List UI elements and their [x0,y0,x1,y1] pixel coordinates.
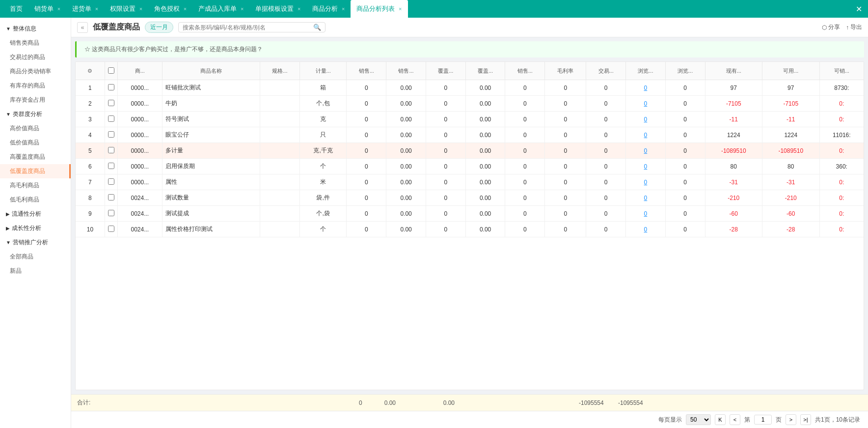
row-coverage1: 0 [426,112,465,127]
sidebar-item-low-coverage[interactable]: 低覆盖度商品 [0,164,71,178]
page-size-select[interactable]: 50 20 100 [686,414,711,425]
sidebar-section-quality[interactable]: ▼ 类群度分析 [0,107,71,121]
row-current-stock: 97 [705,80,762,96]
row-checkbox[interactable] [108,84,114,90]
collapse-sidebar-button[interactable]: « [77,22,88,33]
close-purchase-icon[interactable]: × [95,6,98,12]
row-checkbox[interactable] [108,178,114,185]
row-checkbox[interactable] [108,100,114,106]
sidebar-item-new-products[interactable]: 新品 [0,264,71,278]
nav-item-analytics[interactable]: 商品分析 × [306,0,351,18]
row-checkbox-cell[interactable] [105,190,117,206]
sidebar-item-traded-products[interactable]: 交易过的商品 [0,50,71,64]
sidebar-section-growth[interactable]: ▶ 成长性分析 [0,221,71,235]
row-checkbox-cell[interactable] [105,222,117,237]
sidebar-item-all-products[interactable]: 全部商品 [0,250,71,264]
close-products-icon[interactable]: × [241,6,244,12]
first-page-button[interactable]: K [715,414,726,425]
nav-item-roles[interactable]: 角色授权 × [148,0,192,18]
row-current-stock: 80 [705,159,762,174]
sidebar-item-low-value[interactable]: 低价值商品 [0,136,71,150]
nav-item-sales[interactable]: 销货单 × [28,0,66,18]
row-code: 0000... [117,112,162,127]
sidebar-section-flow[interactable]: ▶ 流通性分析 [0,207,71,221]
next-page-button[interactable]: > [786,414,796,425]
nav-item-templates[interactable]: 单据模板设置 × [249,0,306,18]
row-checkbox-cell[interactable] [105,174,117,190]
close-templates-icon[interactable]: × [298,6,300,12]
last-page-button[interactable]: >| [800,414,811,425]
sidebar-section-overall[interactable]: ▼ 整体信息 [0,22,71,36]
settings-icon[interactable]: ⚙ [85,66,95,76]
row-name: 眼宝公仔 [162,127,260,143]
row-coverage1: 0 [426,96,465,112]
sidebar-item-sales-products[interactable]: 销售类商品 [0,36,71,50]
sidebar-item-low-profit[interactable]: 低毛利商品 [0,193,71,207]
sidebar-item-high-profit[interactable]: 高毛利商品 [0,178,71,193]
row-browse1[interactable]: 0 [626,159,666,174]
row-browse1[interactable]: 0 [626,174,666,190]
row-checkbox[interactable] [108,226,114,232]
row-checkbox[interactable] [108,163,114,169]
close-all-icon[interactable]: ✕ [856,4,862,14]
select-all-checkbox[interactable] [108,67,114,74]
row-browse1[interactable]: 0 [626,206,666,222]
nav-item-permissions[interactable]: 权限设置 × [104,0,148,18]
row-gross-rate: 0 [545,127,586,143]
row-browse1[interactable]: 0 [626,190,666,206]
row-browse1[interactable]: 0 [626,112,666,127]
nav-item-analytics-list[interactable]: 商品分析列表 × [351,0,407,18]
row-checkbox[interactable] [108,210,114,216]
row-checkbox[interactable] [108,131,114,138]
close-analytics-list-icon[interactable]: × [399,6,402,12]
row-current-stock: -31 [705,174,762,190]
row-browse1[interactable]: 0 [626,143,666,159]
row-code: 0000... [117,159,162,174]
row-browse2: 0 [665,159,705,174]
prev-page-button[interactable]: < [730,414,740,425]
nav-item-products[interactable]: 产成品入库单 × [192,0,249,18]
filter-recent-month-button[interactable]: 近一月 [145,22,173,33]
row-coverage1: 0 [426,174,465,190]
row-checkbox-cell[interactable] [105,159,117,174]
share-button[interactable]: ⬡ 分享 [822,23,840,31]
row-browse1[interactable]: 0 [626,222,666,237]
row-checkbox[interactable] [108,115,114,122]
close-permissions-icon[interactable]: × [139,6,142,12]
row-checkbox[interactable] [108,194,114,200]
col-coverage1-header: 覆盖... [426,62,465,80]
row-spec [260,206,300,222]
row-checkbox-cell[interactable] [105,96,117,112]
row-gross-rate: 0 [545,159,586,174]
sidebar-item-inventory-products[interactable]: 有库存的商品 [0,79,71,93]
close-roles-icon[interactable]: × [184,6,187,12]
col-settings[interactable]: ⚙ [76,62,105,80]
close-analytics-icon[interactable]: × [342,6,345,12]
row-browse2: 0 [665,127,705,143]
search-input[interactable] [183,24,313,31]
page-number-input[interactable] [754,415,772,425]
row-saleable: 0: [819,96,864,112]
row-checkbox-cell[interactable] [105,143,117,159]
row-browse1[interactable]: 0 [626,127,666,143]
row-checkbox-cell[interactable] [105,127,117,143]
col-checkbox-header[interactable] [105,62,117,80]
nav-item-home[interactable]: 首页 [4,0,28,18]
row-checkbox[interactable] [108,147,114,153]
row-checkbox-cell[interactable] [105,80,117,96]
export-button[interactable]: ↑ 导出 [846,23,862,31]
row-browse1[interactable]: 0 [626,80,666,96]
sidebar-item-high-coverage[interactable]: 高覆盖度商品 [0,150,71,164]
sidebar-item-category-dynamic[interactable]: 商品分类动销率 [0,64,71,79]
nav-item-purchase[interactable]: 进货单 × [66,0,104,18]
total-label: 合计: [77,399,90,407]
sidebar-section-marketing[interactable]: ▼ 营销推广分析 [0,235,71,250]
close-sales-icon[interactable]: × [57,6,60,12]
sidebar-item-inventory-capital[interactable]: 库存资金占用 [0,93,71,107]
row-spec [260,190,300,206]
row-checkbox-cell[interactable] [105,206,117,222]
sidebar-item-high-value[interactable]: 高价值商品 [0,121,71,136]
row-browse1[interactable]: 0 [626,96,666,112]
col-sales-amt-header: 销售... [386,62,426,80]
row-checkbox-cell[interactable] [105,112,117,127]
